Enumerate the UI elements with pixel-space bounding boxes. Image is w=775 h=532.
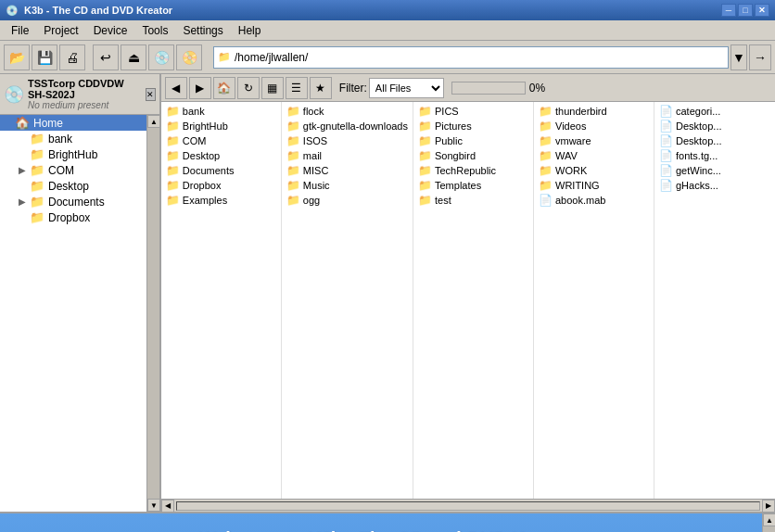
left-scrollbar[interactable]: ▲ ▼ bbox=[146, 115, 159, 512]
file-item[interactable]: 📁ISOS bbox=[284, 133, 411, 148]
folder-icon: 📁 bbox=[30, 132, 44, 146]
back-button[interactable]: ↩ bbox=[93, 44, 119, 70]
nav-back-button[interactable]: ◀ bbox=[165, 77, 187, 99]
file-icon: 📁 bbox=[166, 120, 180, 133]
close-button[interactable]: ✕ bbox=[755, 4, 769, 17]
file-item[interactable]: 📄abook.mab bbox=[536, 193, 652, 208]
file-item[interactable]: 📁flock bbox=[284, 104, 411, 119]
file-item[interactable]: 📁COM bbox=[163, 133, 279, 148]
minimize-button[interactable]: ─ bbox=[721, 4, 736, 17]
menu-help[interactable]: Help bbox=[231, 22, 269, 39]
menu-file[interactable]: File bbox=[4, 22, 36, 39]
file-item[interactable]: 📁BrightHub bbox=[163, 119, 279, 133]
file-item[interactable]: 📁Documents bbox=[163, 163, 279, 178]
dvd-button[interactable]: 📀 bbox=[176, 44, 202, 70]
device-section: 💿 TSSTcorp CDDVDW SH-S202J No medium pre… bbox=[0, 74, 159, 115]
file-item[interactable]: 📄categori... bbox=[656, 104, 773, 119]
file-name: gtk-gnutella-downloads bbox=[303, 120, 408, 132]
nav-view2-button[interactable]: ☰ bbox=[286, 77, 308, 99]
scroll-up-button[interactable]: ▲ bbox=[147, 115, 159, 128]
hscroll-track[interactable] bbox=[176, 501, 760, 511]
scroll-thumb[interactable] bbox=[147, 128, 159, 499]
file-item[interactable]: 📁Music bbox=[284, 178, 411, 193]
file-item[interactable]: 📄fonts.tg... bbox=[656, 148, 773, 163]
file-item[interactable]: 📁test bbox=[415, 193, 531, 208]
tree-item-home[interactable]: 🏠 Home bbox=[0, 115, 146, 131]
file-item[interactable]: 📄Desktop... bbox=[656, 119, 773, 133]
file-item[interactable]: 📁PICS bbox=[415, 104, 531, 119]
eject-button[interactable]: ⏏ bbox=[121, 44, 146, 70]
file-name: Desktop bbox=[183, 150, 220, 161]
home-icon: 🏠 bbox=[15, 116, 30, 130]
menubar: File Project Device Tools Settings Help bbox=[0, 20, 775, 41]
path-action[interactable]: → bbox=[749, 44, 771, 70]
file-name: TechRepublic bbox=[435, 165, 496, 176]
hscroll-right-button[interactable]: ▶ bbox=[762, 500, 775, 513]
scroll-down-button[interactable]: ▼ bbox=[147, 499, 159, 512]
file-icon: 📄 bbox=[659, 164, 673, 177]
file-item[interactable]: 📄Desktop... bbox=[656, 133, 773, 148]
path-text[interactable]: /home/jlwallen/ bbox=[235, 51, 724, 64]
tree-item-bank[interactable]: 📁 bank bbox=[0, 131, 146, 146]
file-icon: 📄 bbox=[659, 134, 673, 147]
save-button[interactable]: 💾 bbox=[32, 44, 57, 70]
horizontal-scrollbar[interactable]: ◀ ▶ bbox=[161, 499, 775, 512]
file-item[interactable]: 📁gtk-gnutella-downloads bbox=[284, 119, 411, 133]
scroll-up-button[interactable]: ▲ bbox=[763, 513, 775, 526]
window-controls[interactable]: ─ □ ✕ bbox=[721, 4, 769, 17]
file-item[interactable]: 📁MISC bbox=[284, 163, 411, 178]
file-grid: 📁bank📁BrightHub📁COM📁Desktop📁Documents📁Dr… bbox=[161, 102, 775, 499]
file-item[interactable]: 📁WORK bbox=[536, 163, 652, 178]
file-item[interactable]: 📁bank bbox=[163, 104, 279, 119]
file-item[interactable]: 📁vmware bbox=[536, 133, 652, 148]
file-item[interactable]: 📄gHacks... bbox=[656, 178, 773, 193]
open-button[interactable]: 📂 bbox=[4, 44, 30, 70]
filter-select[interactable]: All Files Audio Files Video Files Images bbox=[369, 78, 444, 98]
file-item[interactable]: 📄getWinc... bbox=[656, 163, 773, 178]
tree-label: Desktop bbox=[48, 180, 89, 193]
tree-item-brighthub[interactable]: 📁 BrightHub bbox=[0, 146, 146, 162]
hscroll-left-button[interactable]: ◀ bbox=[161, 500, 174, 513]
file-item[interactable]: 📁Public bbox=[415, 133, 531, 148]
file-name: flock bbox=[303, 106, 324, 117]
menu-project[interactable]: Project bbox=[36, 22, 85, 39]
file-item[interactable]: 📁mail bbox=[284, 148, 411, 163]
maximize-button[interactable]: □ bbox=[738, 4, 753, 17]
device-close-button[interactable]: ✕ bbox=[146, 88, 156, 101]
file-item[interactable]: 📁ogg bbox=[284, 193, 411, 208]
file-item[interactable]: 📁Pictures bbox=[415, 119, 531, 133]
menu-device[interactable]: Device bbox=[86, 22, 135, 39]
file-name: bank bbox=[183, 106, 205, 117]
menu-tools[interactable]: Tools bbox=[134, 22, 175, 39]
tree-item-desktop[interactable]: 📁 Desktop bbox=[0, 178, 146, 194]
device-name: TSSTcorp CDDVDW SH-S202J bbox=[28, 78, 142, 100]
file-item[interactable]: 📁TechRepublic bbox=[415, 163, 531, 178]
scroll-thumb[interactable] bbox=[763, 526, 775, 532]
file-item[interactable]: 📁Examples bbox=[163, 193, 279, 208]
file-item[interactable]: 📁Desktop bbox=[163, 148, 279, 163]
file-item[interactable]: 📁Videos bbox=[536, 119, 652, 133]
file-item[interactable]: 📁thunderbird bbox=[536, 104, 652, 119]
folder-icon: 📁 bbox=[30, 163, 44, 177]
file-item[interactable]: 📁Songbird bbox=[415, 148, 531, 163]
file-item[interactable]: 📁WRITING bbox=[536, 178, 652, 193]
nav-forward-button[interactable]: ▶ bbox=[189, 77, 211, 99]
file-item[interactable]: 📁WAV bbox=[536, 148, 652, 163]
folder-icon: 📁 bbox=[30, 179, 44, 193]
nav-reload-button[interactable]: ↻ bbox=[237, 77, 260, 99]
nav-home-button[interactable]: 🏠 bbox=[213, 77, 235, 99]
nav-bookmark-button[interactable]: ★ bbox=[310, 77, 332, 99]
path-bar[interactable]: 📁 /home/jlwallen/ bbox=[213, 46, 729, 69]
file-item[interactable]: 📁Dropbox bbox=[163, 178, 279, 193]
file-name: Documents bbox=[183, 165, 235, 176]
print-button[interactable]: 🖨 bbox=[59, 44, 85, 70]
tree-item-com[interactable]: ▶ 📁 COM bbox=[0, 162, 146, 178]
path-dropdown[interactable]: ▼ bbox=[731, 44, 747, 70]
file-item[interactable]: 📁Templates bbox=[415, 178, 531, 193]
tree-item-dropbox[interactable]: 📁 Dropbox bbox=[0, 209, 146, 225]
tree-item-documents[interactable]: ▶ 📁 Documents bbox=[0, 194, 146, 209]
nav-view1-button[interactable]: ▦ bbox=[261, 77, 284, 99]
welcome-scrollbar[interactable]: ▲ ▼ bbox=[762, 513, 775, 532]
menu-settings[interactable]: Settings bbox=[175, 22, 230, 39]
cd-button[interactable]: 💿 bbox=[148, 44, 174, 70]
